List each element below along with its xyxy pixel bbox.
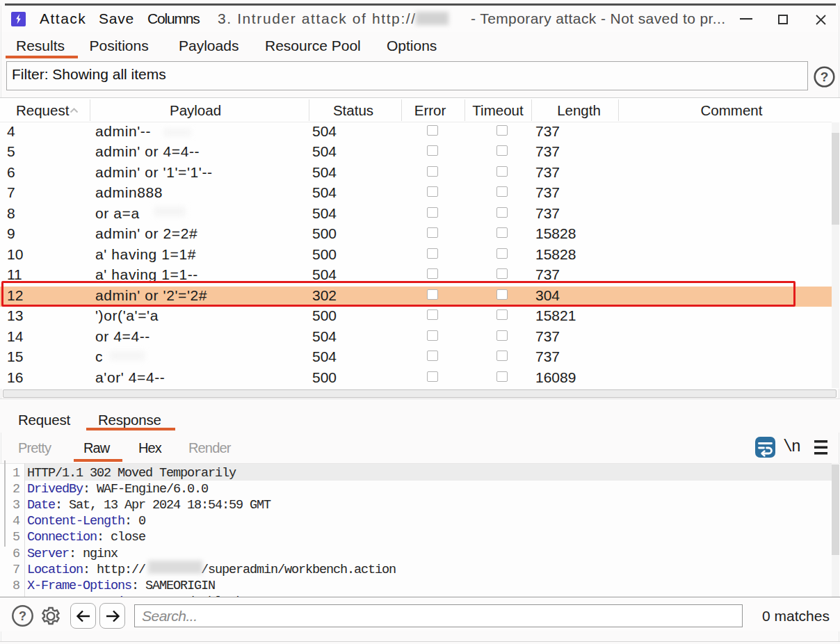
svg-text:?: ? [19,609,26,623]
svg-text:?: ? [821,70,829,84]
